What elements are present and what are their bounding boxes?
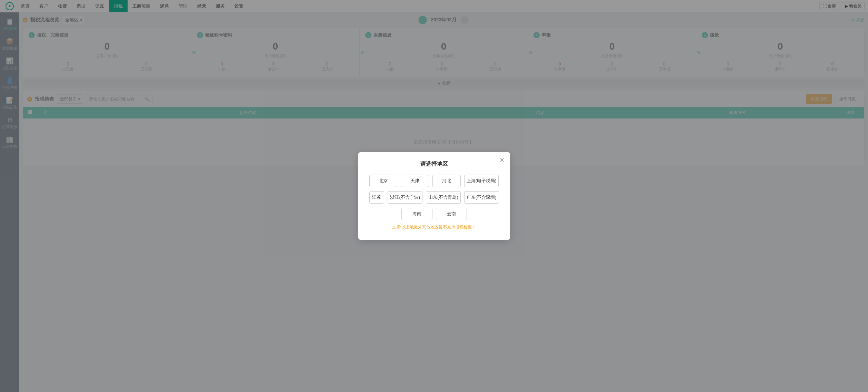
region-btn-hainan[interactable]: 海南 (401, 208, 432, 220)
warning-icon: ⚠ (392, 225, 396, 230)
region-btn-shandong[interactable]: 山东(不含青岛) (426, 191, 461, 204)
modal-close-btn[interactable]: ✕ (499, 156, 505, 164)
warning-text: 除以上地区外其他地区暂不支持报税检查！ (397, 224, 476, 230)
region-btn-guangdong[interactable]: 广东(不含深圳) (464, 191, 499, 204)
region-btn-hebei[interactable]: 河北 (432, 175, 461, 187)
modal-title: 请选择地区 (369, 161, 499, 168)
modal-overlay: ✕ 请选择地区 北京 天津 河北 上海(电子税局) 江苏 浙江(不含宁波) 山东… (0, 0, 868, 392)
modal-warning: ⚠ 除以上地区外其他地区暂不支持报税检查！ (369, 224, 499, 230)
region-btn-tianjin[interactable]: 天津 (401, 175, 429, 187)
region-select-modal: ✕ 请选择地区 北京 天津 河北 上海(电子税局) 江苏 浙江(不含宁波) 山东… (358, 152, 510, 240)
region-btn-yunnan[interactable]: 云南 (436, 208, 467, 220)
region-btn-jiangsu[interactable]: 江苏 (369, 191, 385, 204)
region-btn-shanghai[interactable]: 上海(电子税局) (464, 175, 499, 187)
region-buttons-row1: 北京 天津 河北 上海(电子税局) (369, 175, 499, 187)
region-btn-zhejiang[interactable]: 浙江(不含宁波) (388, 191, 422, 204)
region-btn-beijing[interactable]: 北京 (369, 175, 398, 187)
region-buttons-row2: 江苏 浙江(不含宁波) 山东(不含青岛) 广东(不含深圳) (369, 191, 499, 204)
